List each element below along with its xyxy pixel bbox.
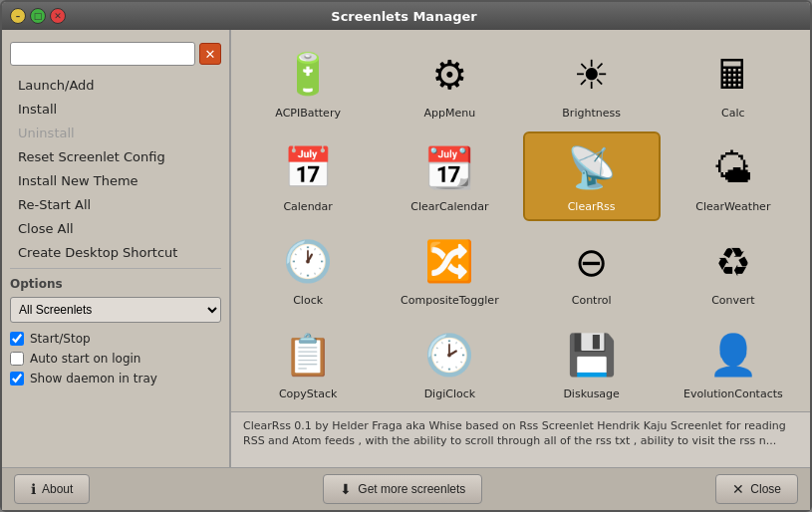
icon-label-diskusage: Diskusage bbox=[563, 387, 619, 400]
sidebar-divider bbox=[10, 268, 221, 269]
grid-item-control[interactable]: ⊖Control bbox=[523, 225, 661, 315]
icon-control: ⊖ bbox=[564, 234, 620, 290]
window-title: Screenlets Manager bbox=[66, 9, 742, 24]
show-daemon-checkbox-row[interactable]: Show daemon in tray bbox=[2, 369, 229, 388]
main-window: – □ ✕ Screenlets Manager ✕ Launch/Add In… bbox=[0, 0, 812, 512]
sidebar-item-install-new-theme[interactable]: Install New Theme bbox=[10, 169, 221, 192]
grid-item-calc[interactable]: 🖩Calc bbox=[665, 38, 802, 128]
maximize-button[interactable]: □ bbox=[30, 8, 46, 24]
sidebar-item-create-shortcut[interactable]: Create Desktop Shortcut bbox=[10, 241, 221, 264]
grid-item-clearrss[interactable]: 📡ClearRss bbox=[523, 131, 661, 221]
icon-clearrss: 📡 bbox=[564, 140, 620, 196]
close-icon: ✕ bbox=[732, 481, 744, 497]
icon-acpibattery: 🔋 bbox=[280, 47, 336, 103]
titlebar-controls: – □ ✕ bbox=[10, 8, 66, 24]
description-bar: ClearRss 0.1 by Helder Fraga aka Whise b… bbox=[231, 411, 810, 467]
icon-clearweather: 🌤 bbox=[705, 140, 761, 196]
get-more-button[interactable]: ⬇ Get more screenlets bbox=[323, 474, 482, 504]
get-more-label: Get more screenlets bbox=[358, 482, 465, 496]
grid-item-diskusage[interactable]: 💾Diskusage bbox=[523, 319, 661, 408]
icon-label-brightness: Brightness bbox=[562, 107, 621, 120]
icon-label-clearcalendar: ClearCalendar bbox=[410, 200, 488, 213]
sidebar-item-close-all[interactable]: Close All bbox=[10, 217, 221, 240]
icon-label-digiclock: DigiClock bbox=[424, 387, 475, 400]
icon-label-control: Control bbox=[572, 294, 612, 307]
icon-label-calc: Calc bbox=[721, 107, 745, 120]
icon-label-clearweather: ClearWeather bbox=[695, 200, 770, 213]
grid-item-brightness[interactable]: ☀Brightness bbox=[523, 38, 661, 128]
sidebar-menu: Launch/Add Install Uninstall Reset Scree… bbox=[2, 74, 229, 264]
grid-item-evolutioncontacts[interactable]: 👤EvolutionContacts bbox=[665, 319, 802, 408]
close-button[interactable]: ✕ Close bbox=[715, 474, 798, 504]
about-button[interactable]: ℹ About bbox=[14, 474, 90, 504]
icon-label-calendar: Calendar bbox=[283, 200, 332, 213]
icon-label-copystack: CopyStack bbox=[279, 387, 337, 400]
icon-copystack: 📋 bbox=[280, 328, 336, 384]
close-window-button[interactable]: ✕ bbox=[50, 8, 66, 24]
start-stop-checkbox-row[interactable]: Start/Stop bbox=[2, 329, 229, 349]
grid-item-clearcalendar[interactable]: 📆ClearCalendar bbox=[381, 131, 518, 221]
icon-evolutioncontacts: 👤 bbox=[705, 328, 761, 384]
icon-label-acpibattery: ACPIBattery bbox=[275, 107, 341, 120]
close-label: Close bbox=[750, 482, 781, 496]
grid-item-digiclock[interactable]: 🕑DigiClock bbox=[381, 319, 518, 408]
start-stop-checkbox[interactable] bbox=[10, 332, 24, 346]
auto-start-checkbox[interactable] bbox=[10, 352, 24, 366]
icon-brightness: ☀ bbox=[564, 47, 620, 103]
show-daemon-label: Show daemon in tray bbox=[30, 372, 157, 385]
sidebar-item-launch-add[interactable]: Launch/Add bbox=[10, 74, 221, 97]
icon-calendar: 📅 bbox=[280, 140, 336, 196]
grid-item-clock[interactable]: 🕐Clock bbox=[239, 225, 377, 315]
search-input[interactable] bbox=[10, 42, 195, 66]
bottom-bar: ℹ About ⬇ Get more screenlets ✕ Close bbox=[2, 467, 810, 510]
minimize-button[interactable]: – bbox=[10, 8, 26, 24]
titlebar: – □ ✕ Screenlets Manager bbox=[2, 2, 810, 30]
icon-grid: 🔋ACPIBattery⚙AppMenu☀Brightness🖩Calc📅Cal… bbox=[231, 30, 810, 411]
icon-convert: ♻ bbox=[705, 234, 761, 290]
icon-label-compositetoggler: CompositeToggler bbox=[401, 294, 499, 307]
grid-area: 🔋ACPIBattery⚙AppMenu☀Brightness🖩Calc📅Cal… bbox=[231, 30, 810, 467]
search-row: ✕ bbox=[2, 38, 229, 74]
options-label: Options bbox=[2, 273, 229, 295]
icon-compositetoggler: 🔀 bbox=[421, 234, 477, 290]
grid-item-clearweather[interactable]: 🌤ClearWeather bbox=[665, 131, 802, 221]
icon-digiclock: 🕑 bbox=[421, 328, 477, 384]
sidebar-item-restart-all[interactable]: Re-Start All bbox=[10, 193, 221, 216]
grid-item-appmenu[interactable]: ⚙AppMenu bbox=[381, 38, 518, 128]
start-stop-label: Start/Stop bbox=[30, 332, 91, 346]
about-label: About bbox=[42, 482, 73, 496]
sidebar-item-reset-config[interactable]: Reset Screenlet Config bbox=[10, 145, 221, 168]
icon-clearcalendar: 📆 bbox=[421, 140, 477, 196]
auto-start-label: Auto start on login bbox=[30, 352, 140, 366]
download-icon: ⬇ bbox=[340, 481, 352, 497]
screenlets-filter-dropdown[interactable]: All Screenlets Running Screenlets bbox=[10, 297, 221, 323]
grid-item-convert[interactable]: ♻Convert bbox=[665, 225, 802, 315]
icon-label-evolutioncontacts: EvolutionContacts bbox=[683, 387, 783, 400]
icon-diskusage: 💾 bbox=[564, 328, 620, 384]
sidebar-item-uninstall: Uninstall bbox=[10, 122, 221, 144]
sidebar-item-install[interactable]: Install bbox=[10, 98, 221, 121]
icon-appmenu: ⚙ bbox=[421, 47, 477, 103]
grid-item-compositetoggler[interactable]: 🔀CompositeToggler bbox=[381, 225, 518, 315]
icon-label-convert: Convert bbox=[711, 294, 755, 307]
sidebar: ✕ Launch/Add Install Uninstall Reset Scr… bbox=[2, 30, 231, 467]
icon-calc: 🖩 bbox=[705, 47, 761, 103]
info-icon: ℹ bbox=[31, 481, 36, 497]
search-clear-button[interactable]: ✕ bbox=[199, 43, 221, 65]
icon-label-appmenu: AppMenu bbox=[424, 107, 476, 120]
grid-item-acpibattery[interactable]: 🔋ACPIBattery bbox=[239, 38, 377, 128]
icon-label-clock: Clock bbox=[293, 294, 323, 307]
icon-clock: 🕐 bbox=[280, 234, 336, 290]
auto-start-checkbox-row[interactable]: Auto start on login bbox=[2, 349, 229, 369]
grid-item-copystack[interactable]: 📋CopyStack bbox=[239, 319, 377, 408]
dropdown-row: All Screenlets Running Screenlets bbox=[2, 295, 229, 329]
grid-item-calendar[interactable]: 📅Calendar bbox=[239, 131, 377, 221]
main-content: ✕ Launch/Add Install Uninstall Reset Scr… bbox=[2, 30, 810, 467]
show-daemon-checkbox[interactable] bbox=[10, 372, 24, 385]
icon-label-clearrss: ClearRss bbox=[568, 200, 616, 213]
